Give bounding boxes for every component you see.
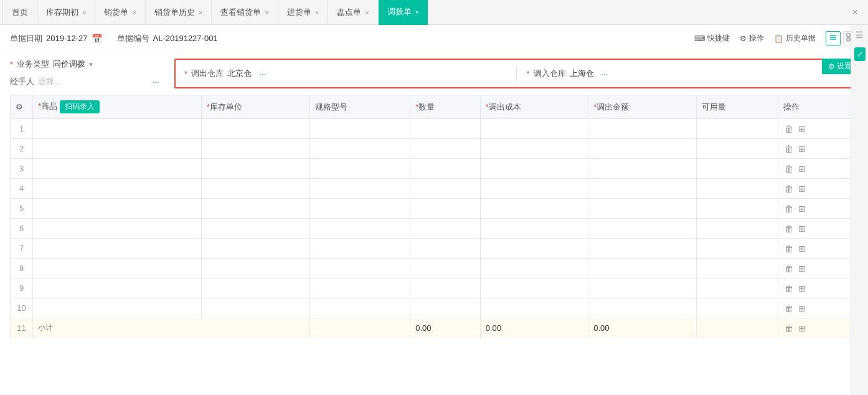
cell-cost-10[interactable] bbox=[480, 298, 588, 318]
cell-unit-10[interactable] bbox=[202, 298, 310, 318]
delete-row-icon-7[interactable]: 🗑 bbox=[785, 244, 793, 254]
delete-row-icon-4[interactable]: 🗑 bbox=[785, 184, 793, 194]
cell-spec-7[interactable] bbox=[309, 239, 410, 259]
cell-cost-1[interactable] bbox=[480, 119, 588, 139]
cell-qty-10[interactable] bbox=[410, 298, 481, 318]
cell-product-5[interactable] bbox=[33, 199, 202, 219]
cell-spec-4[interactable] bbox=[309, 179, 410, 199]
cell-available-7[interactable] bbox=[696, 239, 778, 259]
cell-spec-10[interactable] bbox=[309, 298, 410, 318]
copy-row-icon-8[interactable]: ⊞ bbox=[798, 264, 806, 274]
cell-qty-1[interactable] bbox=[410, 119, 481, 139]
cell-amount-7[interactable] bbox=[588, 239, 697, 259]
cell-qty-6[interactable] bbox=[410, 219, 481, 239]
business-type-select[interactable]: 同价调拨 ▼ bbox=[53, 59, 94, 70]
cell-product-2[interactable] bbox=[33, 139, 202, 159]
cell-amount-4[interactable] bbox=[588, 179, 697, 199]
delete-row-icon-1[interactable]: 🗑 bbox=[785, 124, 793, 134]
cell-cost-3[interactable] bbox=[480, 159, 588, 179]
cell-unit-2[interactable] bbox=[202, 139, 310, 159]
cell-available-9[interactable] bbox=[696, 278, 778, 298]
cell-available-6[interactable] bbox=[696, 219, 778, 239]
delete-row-icon-5[interactable]: 🗑 bbox=[785, 204, 793, 214]
close-tab-inventory-count[interactable]: × bbox=[365, 9, 369, 16]
cell-cost-6[interactable] bbox=[480, 219, 588, 239]
cell-spec-5[interactable] bbox=[309, 199, 410, 219]
copy-row-icon-9[interactable]: ⊞ bbox=[798, 283, 806, 293]
cell-qty-3[interactable] bbox=[410, 159, 481, 179]
cell-amount-2[interactable] bbox=[588, 139, 697, 159]
cell-amount-6[interactable] bbox=[588, 219, 697, 239]
cell-spec-1[interactable] bbox=[309, 119, 410, 139]
tab-home[interactable]: 首页 bbox=[2, 0, 37, 25]
cell-spec-2[interactable] bbox=[309, 139, 410, 159]
cell-unit-8[interactable] bbox=[202, 259, 310, 278]
cell-unit-6[interactable] bbox=[202, 219, 310, 239]
close-tab-view-sales[interactable]: × bbox=[265, 9, 268, 16]
cell-amount-9[interactable] bbox=[588, 278, 697, 298]
tab-transfer[interactable]: 调拨单 × bbox=[379, 0, 428, 25]
cell-amount-10[interactable] bbox=[588, 298, 697, 318]
copy-row-icon-10[interactable]: ⊞ bbox=[798, 303, 806, 313]
scan-input-button[interactable]: 扫码录入 bbox=[60, 100, 100, 113]
cell-cost-4[interactable] bbox=[480, 179, 588, 199]
tab-purchase-order[interactable]: 进货单 × bbox=[278, 0, 328, 25]
close-tab-inventory-init[interactable]: × bbox=[82, 9, 86, 16]
cell-available-5[interactable] bbox=[696, 199, 778, 219]
cell-qty-8[interactable] bbox=[410, 259, 481, 278]
close-tab-sales-history[interactable]: × bbox=[199, 9, 202, 16]
tab-inventory-count[interactable]: 盘点单 × bbox=[328, 0, 378, 25]
cell-amount-8[interactable] bbox=[588, 259, 697, 278]
delete-row-icon-9[interactable]: 🗑 bbox=[785, 283, 793, 293]
cell-cost-5[interactable] bbox=[480, 199, 588, 219]
cell-available-3[interactable] bbox=[696, 159, 778, 179]
cell-product-7[interactable] bbox=[33, 239, 202, 259]
close-tab-sales-order[interactable]: × bbox=[132, 9, 136, 16]
cell-qty-7[interactable] bbox=[410, 239, 481, 259]
cell-unit-9[interactable] bbox=[202, 278, 310, 298]
warehouse-in-more[interactable]: ··· bbox=[601, 69, 608, 79]
delete-row-icon-11[interactable]: 🗑 bbox=[785, 323, 793, 333]
delete-row-icon-6[interactable]: 🗑 bbox=[785, 224, 793, 234]
cell-cost-2[interactable] bbox=[480, 139, 588, 159]
cell-spec-3[interactable] bbox=[309, 159, 410, 179]
close-window-button[interactable]: × bbox=[845, 7, 866, 18]
copy-row-icon-2[interactable]: ⊞ bbox=[798, 144, 806, 154]
tab-sales-history[interactable]: 销货单历史 × bbox=[146, 0, 212, 25]
col-gear[interactable]: ⚙ bbox=[11, 95, 33, 119]
copy-row-icon-5[interactable]: ⊞ bbox=[798, 204, 806, 214]
cell-spec-9[interactable] bbox=[309, 278, 410, 298]
cell-qty-2[interactable] bbox=[410, 139, 481, 159]
cell-available-8[interactable] bbox=[696, 259, 778, 278]
cell-cost-7[interactable] bbox=[480, 239, 588, 259]
cell-cost-9[interactable] bbox=[480, 278, 588, 298]
copy-row-icon-11[interactable]: ⊞ bbox=[798, 323, 806, 333]
cell-available-2[interactable] bbox=[696, 139, 778, 159]
sidebar-list-icon[interactable]: ☰ bbox=[856, 30, 864, 40]
cell-product-1[interactable] bbox=[33, 119, 202, 139]
tab-sales-order[interactable]: 销货单 × bbox=[95, 0, 145, 25]
copy-row-icon-7[interactable]: ⊞ bbox=[798, 244, 806, 254]
cell-product-8[interactable] bbox=[33, 259, 202, 278]
delete-row-icon-8[interactable]: 🗑 bbox=[785, 264, 793, 274]
handler-select[interactable]: 选择... bbox=[38, 76, 61, 87]
cell-product-4[interactable] bbox=[33, 179, 202, 199]
layout-list-icon[interactable] bbox=[826, 31, 841, 45]
cell-amount-5[interactable] bbox=[588, 199, 697, 219]
cell-product-3[interactable] bbox=[33, 159, 202, 179]
handler-more-button[interactable]: ··· bbox=[152, 77, 159, 87]
calendar-icon[interactable]: 📅 bbox=[92, 34, 102, 44]
cell-available-1[interactable] bbox=[696, 119, 778, 139]
cell-qty-9[interactable] bbox=[410, 278, 481, 298]
cell-unit-4[interactable] bbox=[202, 179, 310, 199]
cell-qty-4[interactable] bbox=[410, 179, 481, 199]
cell-unit-7[interactable] bbox=[202, 239, 310, 259]
sidebar-expand-icon[interactable]: ⤢ bbox=[854, 47, 866, 61]
cell-available-10[interactable] bbox=[696, 298, 778, 318]
cell-available-4[interactable] bbox=[696, 179, 778, 199]
copy-row-icon-3[interactable]: ⊞ bbox=[798, 164, 806, 174]
cell-amount-1[interactable] bbox=[588, 119, 697, 139]
delete-row-icon-10[interactable]: 🗑 bbox=[785, 303, 793, 313]
cell-spec-8[interactable] bbox=[309, 259, 410, 278]
shortcut-button[interactable]: ⌨ 快捷键 bbox=[694, 33, 730, 44]
